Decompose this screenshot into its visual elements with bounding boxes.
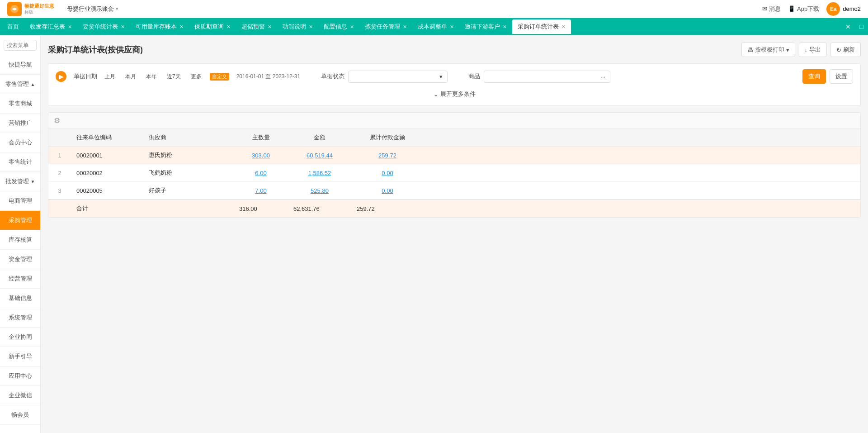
export-button[interactable]: ↓ 导出 xyxy=(799,43,827,57)
close-icon[interactable]: ✕ xyxy=(121,24,125,30)
cell-paid-amount[interactable]: 0.00 xyxy=(351,164,424,182)
close-icon[interactable]: ✕ xyxy=(68,24,72,30)
tab-keyong[interactable]: 可用量库存账本 ✕ xyxy=(130,19,189,34)
user-menu[interactable]: Ea demo2 xyxy=(826,2,861,16)
workspace-selector[interactable]: 母婴行业演示账套 ▾ xyxy=(67,5,118,13)
tab-chaochuyujing[interactable]: 超储预警 ✕ xyxy=(236,19,277,34)
filter-toggle-button[interactable]: ▶ xyxy=(56,71,66,82)
footer-rownum xyxy=(48,200,71,217)
date-shortcut-more[interactable]: 更多 xyxy=(187,72,205,81)
maximize-window-icon[interactable]: □ xyxy=(857,22,866,31)
sidebar-item-finance[interactable]: 资金管理 xyxy=(0,250,40,269)
tab-yaohuodingdan[interactable]: 要货单统计表 ✕ xyxy=(77,19,130,34)
cell-quantity[interactable]: 6.00 xyxy=(234,164,288,182)
cell-supplier-code: 00020001 xyxy=(71,147,143,164)
sidebar-item-operations[interactable]: 经营管理 xyxy=(0,269,40,289)
close-icon[interactable]: ✕ xyxy=(450,24,454,30)
nav-tabs: 首页 收发存汇总表 ✕ 要货单统计表 ✕ 可用量库存账本 ✕ 保质期查询 ✕ 超… xyxy=(0,18,868,35)
tab-peizhi[interactable]: 配置信息 ✕ xyxy=(318,19,359,34)
cell-paid-amount[interactable]: 0.00 xyxy=(351,182,424,200)
page-actions: 🖶 按模板打印 ▾ ↓ 导出 ↻ 刷新 xyxy=(741,43,861,57)
close-window-icon[interactable]: ✕ xyxy=(843,22,854,31)
query-button[interactable]: 查询 xyxy=(802,69,826,84)
refresh-button[interactable]: ↻ 刷新 xyxy=(830,43,861,57)
tab-gongneng[interactable]: 功能说明 ✕ xyxy=(277,19,318,34)
date-shortcut-7days[interactable]: 近7天 xyxy=(163,72,184,81)
tab-caigoudingdan[interactable]: 采购订单统计表 ✕ xyxy=(512,19,571,34)
close-icon[interactable]: ✕ xyxy=(268,24,272,30)
cell-supplier: 飞鹤奶粉 xyxy=(143,164,234,182)
sidebar-item-enterprise[interactable]: 企业协同 xyxy=(0,328,40,347)
expand-icon: ⌄ xyxy=(434,91,439,98)
sidebar-item-marketing[interactable]: 营销推广 xyxy=(0,114,40,133)
search-input[interactable] xyxy=(4,40,37,51)
print-button[interactable]: 🖶 按模板打印 ▾ xyxy=(741,43,795,57)
cell-supplier: 好孩子 xyxy=(143,182,234,200)
close-icon[interactable]: ✕ xyxy=(503,24,507,30)
sidebar: 快捷导航 零售管理 ▲ 零售商城 营销推广 会员中心 零售统计 批发管理 ▼ 电… xyxy=(0,35,41,433)
cell-quantity[interactable]: 7.00 xyxy=(234,182,288,200)
tab-yaoqing[interactable]: 邀请下游客户 ✕ xyxy=(459,19,512,34)
sidebar-item-basicinfo[interactable]: 基础信息 xyxy=(0,289,40,308)
sidebar-item-newguide[interactable]: 新手引导 xyxy=(0,347,40,366)
sidebar-item-retail[interactable]: 零售管理 ▲ xyxy=(0,75,40,94)
col-amount: 金额 xyxy=(288,129,351,147)
filter-expand-row: ⌄ 展开更多条件 xyxy=(56,88,853,100)
table-row: 1 00020001 惠氏奶粉 303.00 60,519.44 259.72 xyxy=(48,147,860,164)
sidebar-item-purchase[interactable]: 采购管理 xyxy=(0,211,40,230)
cell-amount[interactable]: 1,586.52 xyxy=(288,164,351,182)
cell-extra xyxy=(424,182,860,200)
sidebar-item-quicknav[interactable]: 快捷导航 xyxy=(0,55,40,75)
col-supplier: 供应商 xyxy=(143,129,234,147)
date-shortcut-thismonth[interactable]: 本月 xyxy=(122,72,140,81)
logo-text: 畅捷通好生意 标版 xyxy=(24,3,54,15)
col-supplier-code: 往来单位编码 xyxy=(71,129,143,147)
table-row: 3 00020005 好孩子 7.00 525.80 0.00 xyxy=(48,182,860,200)
goods-input[interactable]: ··· xyxy=(484,71,610,83)
app-download-button[interactable]: 📱 App下载 xyxy=(788,5,819,13)
date-shortcut-lastmonth[interactable]: 上月 xyxy=(101,72,119,81)
settings-button[interactable]: 设置 xyxy=(830,69,853,84)
sidebar-item-ecommerce[interactable]: 电商管理 xyxy=(0,191,40,211)
close-icon[interactable]: ✕ xyxy=(309,24,313,30)
cell-amount[interactable]: 525.80 xyxy=(288,182,351,200)
sidebar-item-retailshop[interactable]: 零售商城 xyxy=(0,94,40,114)
table-container: ⚙ 往来单位编码 供应商 主数量 金额 累计付款金额 xyxy=(48,112,861,218)
close-icon[interactable]: ✕ xyxy=(561,24,566,30)
content-area: 采购订单统计表(按供应商) 🖶 按模板打印 ▾ ↓ 导出 ↻ 刷新 xyxy=(41,35,868,433)
sidebar-item-system[interactable]: 系统管理 xyxy=(0,308,40,328)
status-filter: 单据状态 ▾ xyxy=(321,71,448,83)
dropdown-arrow-icon: ▾ xyxy=(786,47,789,53)
close-icon[interactable]: ✕ xyxy=(350,24,354,30)
sidebar-item-members[interactable]: 会员中心 xyxy=(0,133,40,152)
date-shortcut-thisyear[interactable]: 本年 xyxy=(142,72,160,81)
cell-paid-amount[interactable]: 259.72 xyxy=(351,147,424,164)
page-title: 采购订单统计表(按供应商) xyxy=(48,44,143,55)
tab-baozhi[interactable]: 保质期查询 ✕ xyxy=(189,19,236,34)
message-button[interactable]: ✉ 消息 xyxy=(762,5,781,13)
cell-quantity[interactable]: 303.00 xyxy=(234,147,288,164)
tab-shoufahuizong[interactable]: 收发存汇总表 ✕ xyxy=(24,19,77,34)
refresh-icon: ↻ xyxy=(836,47,841,53)
expand-more-button[interactable]: ⌄ 展开更多条件 xyxy=(430,88,479,100)
close-icon[interactable]: ✕ xyxy=(179,24,184,30)
tab-peihuorenwu[interactable]: 拣货任务管理 ✕ xyxy=(359,19,412,34)
cell-amount[interactable]: 60,519.44 xyxy=(288,147,351,164)
sidebar-item-retailstats[interactable]: 零售统计 xyxy=(0,152,40,172)
arrow-icon: ▼ xyxy=(31,179,35,184)
sidebar-item-appcenter[interactable]: 应用中心 xyxy=(0,366,40,386)
nav-close-buttons: ✕ □ xyxy=(843,22,866,31)
column-config-icon[interactable]: ⚙ xyxy=(54,116,60,125)
search-menu-area xyxy=(0,35,40,55)
tab-chengben[interactable]: 成本调整单 ✕ xyxy=(412,19,459,34)
sidebar-item-inventory[interactable]: 库存核算 xyxy=(0,230,40,250)
close-icon[interactable]: ✕ xyxy=(403,24,407,30)
sidebar-item-membership[interactable]: 畅会员 xyxy=(0,405,40,425)
sidebar-item-corpwechat[interactable]: 企业微信 xyxy=(0,386,40,405)
filter-area: ▶ 单据日期 上月 本月 本年 近7天 更多 自定义 xyxy=(48,63,861,106)
tab-home[interactable]: 首页 xyxy=(2,19,24,34)
status-select[interactable]: ▾ xyxy=(348,71,448,83)
table-footer-row: 合计 316.00 62,631.76 259.72 xyxy=(48,200,860,217)
sidebar-item-wholesale[interactable]: 批发管理 ▼ xyxy=(0,172,40,191)
close-icon[interactable]: ✕ xyxy=(226,24,231,30)
